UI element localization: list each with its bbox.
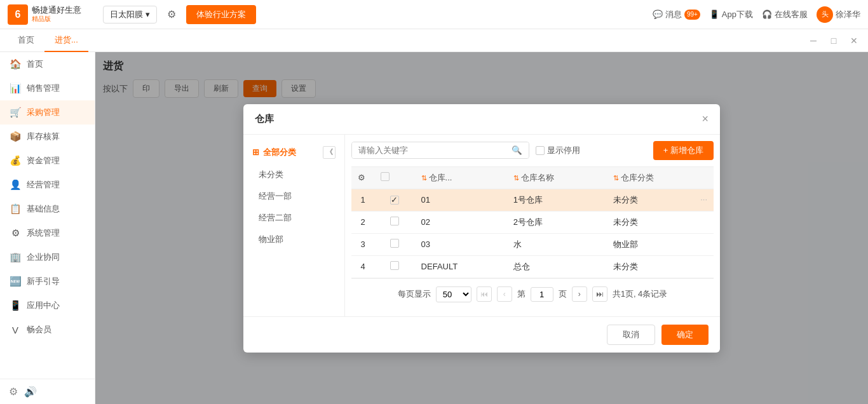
page-number-input[interactable] <box>531 287 553 302</box>
category-item-unclassified[interactable]: 未分类 <box>243 164 344 185</box>
category-panel: ⊞ 全部分类 《 未分类 经营一部 经营二部 <box>243 135 345 316</box>
row-actions[interactable]: ··· <box>700 194 707 204</box>
add-warehouse-button[interactable]: + 新增仓库 <box>653 141 714 160</box>
sidebar-item-home[interactable]: 🏠 首页 <box>0 52 95 76</box>
volume-icon[interactable]: 🔊 <box>24 386 37 398</box>
row-name: 总仓 <box>507 255 607 278</box>
tab-home[interactable]: 首页 <box>8 29 44 52</box>
trial-button[interactable]: 体验行业方案 <box>186 5 256 24</box>
sidebar-item-operations[interactable]: 👤 经营管理 <box>0 173 95 197</box>
sidebar-item-purchase[interactable]: 🛒 采购管理 <box>0 100 95 125</box>
sidebar-item-system[interactable]: ⚙ 系统管理 <box>0 221 95 245</box>
enterprise-icon: 🏢 <box>9 252 22 263</box>
search-box: 🔍 <box>351 142 529 159</box>
modal-title: 仓库 <box>255 113 274 125</box>
table-row[interactable]: 1 ✓ 01 1号仓库 未分类··· <box>351 189 714 211</box>
maximize-icon[interactable]: □ <box>826 33 841 48</box>
row-category: 未分类··· <box>607 189 714 211</box>
system-icon: ⚙ <box>9 227 22 239</box>
vip-icon: V <box>9 325 22 335</box>
category-item-dept1[interactable]: 经营一部 <box>243 185 344 207</box>
all-categories-item[interactable]: ⊞ 全部分类 《 <box>243 141 344 164</box>
sidebar-item-inventory[interactable]: 📦 库存核算 <box>0 125 95 149</box>
sidebar-item-enterprise[interactable]: 🏢 企业协同 <box>0 245 95 269</box>
category-item-property[interactable]: 物业部 <box>243 229 344 250</box>
confirm-button[interactable]: 确定 <box>661 325 709 345</box>
row-code: 01 <box>415 189 507 211</box>
row-code: 03 <box>415 233 507 255</box>
last-page-button[interactable]: ⏭ <box>592 286 607 302</box>
category-item-dept2[interactable]: 经营二部 <box>243 207 344 229</box>
user-item[interactable]: 头 徐泽华 <box>817 6 860 23</box>
modal-footer: 取消 确定 <box>243 316 720 353</box>
warehouse-table: ⚙ ⇅仓库... ⇅仓库名称 ⇅仓库分类 <box>351 166 714 278</box>
settings-bottom-icon[interactable]: ⚙ <box>9 386 18 398</box>
th-category[interactable]: ⇅仓库分类 <box>607 166 714 189</box>
window-buttons: ─ □ ✕ <box>806 33 868 48</box>
top-header: 6 畅捷通好生意 精品版 日太阳膜 ▾ ⚙ 体验行业方案 💬 消息 99+ 📱 … <box>0 0 868 29</box>
th-name[interactable]: ⇅仓库名称 <box>507 166 607 189</box>
th-settings: ⚙ <box>351 166 374 189</box>
table-header-row: ⚙ ⇅仓库... ⇅仓库名称 ⇅仓库分类 <box>351 166 714 189</box>
collapse-button[interactable]: 《 <box>323 146 336 159</box>
next-page-button[interactable]: › <box>572 286 587 302</box>
sort-code-icon: ⇅ <box>421 174 427 182</box>
table-row[interactable]: 4 DEFAULT 总仓 未分类 <box>351 255 714 278</box>
prev-page-button[interactable]: ‹ <box>497 286 512 302</box>
headset-icon: 🎧 <box>762 10 772 19</box>
row-num: 2 <box>351 211 374 233</box>
row-category: 未分类 <box>607 211 714 233</box>
row-checkbox[interactable] <box>374 211 415 233</box>
search-input[interactable] <box>352 142 505 158</box>
close-window-icon[interactable]: ✕ <box>846 33 862 48</box>
app-center-icon: 📱 <box>9 300 22 311</box>
search-button[interactable]: 🔍 <box>505 142 529 158</box>
sidebar-item-basic-info[interactable]: 📋 基础信息 <box>0 197 95 221</box>
per-page-select[interactable]: 50 100 <box>436 286 471 302</box>
company-select[interactable]: 日太阳膜 ▾ <box>103 6 157 24</box>
modal-header: 仓库 × <box>243 104 720 135</box>
sidebar-item-app-center[interactable]: 📱 应用中心 <box>0 293 95 318</box>
table-row[interactable]: 2 02 2号仓库 未分类 <box>351 211 714 233</box>
modal-close-button[interactable]: × <box>702 113 709 125</box>
row-name: 1号仓库 <box>507 189 607 211</box>
th-code[interactable]: ⇅仓库... <box>415 166 507 189</box>
table-toolbar: 🔍 显示停用 + 新增仓库 <box>351 141 714 160</box>
phone-icon: 📱 <box>709 10 719 19</box>
table-container: ⚙ ⇅仓库... ⇅仓库名称 ⇅仓库分类 <box>351 166 714 278</box>
sidebar-item-guide[interactable]: 🆕 新手引导 <box>0 269 95 293</box>
sidebar: 🏠 首页 📊 销售管理 🛒 采购管理 📦 库存核算 💰 资金管理 👤 经营管理 … <box>0 52 95 404</box>
purchase-icon: 🛒 <box>9 107 22 118</box>
row-num: 3 <box>351 233 374 255</box>
table-row[interactable]: 3 03 水 物业部 <box>351 233 714 255</box>
warehouse-modal: 仓库 × ⊞ 全部分类 《 未分类 <box>243 104 720 353</box>
logo-area: 6 畅捷通好生意 精品版 <box>8 4 103 25</box>
customer-service-item[interactable]: 🎧 在线客服 <box>762 9 808 20</box>
sales-icon: 📊 <box>9 83 22 94</box>
th-checkbox <box>374 166 415 189</box>
modal-overlay: 仓库 × ⊞ 全部分类 《 未分类 <box>95 52 868 404</box>
avatar: 头 <box>817 6 833 23</box>
tab-purchase[interactable]: 进货... <box>44 29 88 52</box>
basic-info-icon: 📋 <box>9 203 22 215</box>
sidebar-item-sales[interactable]: 📊 销售管理 <box>0 76 95 100</box>
sidebar-item-vip[interactable]: V 畅会员 <box>0 318 95 342</box>
row-checkbox[interactable] <box>374 255 415 278</box>
show-disabled-checkbox[interactable] <box>536 146 545 155</box>
first-page-button[interactable]: ⏮ <box>477 286 492 302</box>
logo-text: 畅捷通好生意 <box>32 5 81 15</box>
app-download-item[interactable]: 📱 App下载 <box>709 9 753 20</box>
cancel-button[interactable]: 取消 <box>607 325 655 345</box>
show-disabled-toggle[interactable]: 显示停用 <box>536 145 580 156</box>
minimize-icon[interactable]: ─ <box>806 33 821 48</box>
grid-icon: ⊞ <box>252 147 259 157</box>
sidebar-item-finance[interactable]: 💰 资金管理 <box>0 149 95 173</box>
select-all-checkbox[interactable] <box>381 172 390 181</box>
message-item[interactable]: 💬 消息 99+ <box>653 9 700 20</box>
row-code: DEFAULT <box>415 255 507 278</box>
row-num: 1 <box>351 189 374 211</box>
settings-icon[interactable]: ⚙ <box>162 5 181 24</box>
row-category: 未分类 <box>607 255 714 278</box>
row-checkbox[interactable] <box>374 233 415 255</box>
row-checkbox[interactable]: ✓ <box>374 189 415 211</box>
